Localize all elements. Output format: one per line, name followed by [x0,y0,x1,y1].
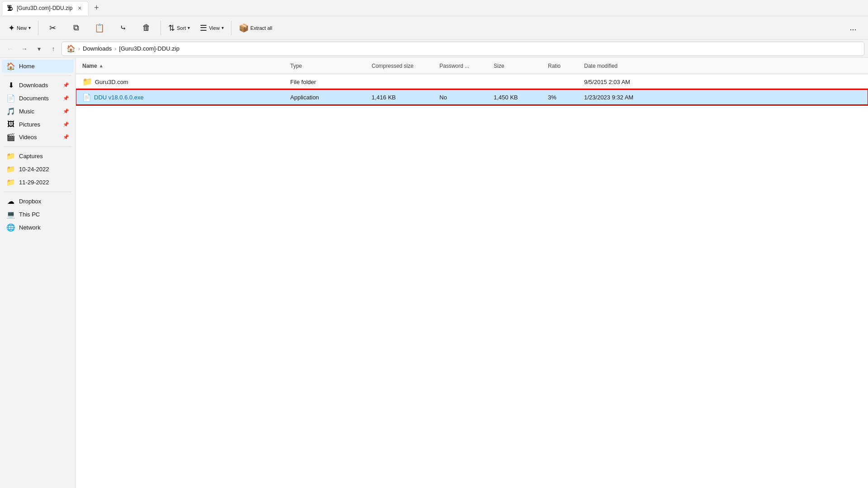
cell-date-exe: 1/23/2023 9:32 AM [581,94,672,101]
sidebar-item-dropbox[interactable]: ☁ Dropbox [2,195,74,208]
cut-icon: ✂ [49,23,56,33]
sidebar-label-music: Music [19,108,59,115]
table-row[interactable]: 📄 DDU v18.0.6.0.exe Application 1,416 KB… [76,89,868,105]
sidebar-label-dropbox: Dropbox [19,198,69,205]
folder-type: File folder [290,79,316,85]
col-ratio-label: Ratio [548,63,561,69]
new-button[interactable]: ✦ New ▾ [4,18,35,38]
address-bar: ← → ▾ ↑ 🏠 › Downloads › [Guru3D.com]-DDU… [0,40,868,58]
cell-name-exe: 📄 DDU v18.0.6.0.exe [80,93,288,102]
documents-icon: 📄 [6,94,15,103]
move-button[interactable]: ⤷ [112,18,134,38]
breadcrumb-sep-2: › [114,46,116,52]
cell-name-folder: 📁 Guru3D.com [80,77,288,87]
exe-compressed-size: 1,416 KB [372,94,396,101]
thispc-icon: 💻 [6,210,15,219]
col-header-password[interactable]: Password ... [437,58,491,74]
cell-date-folder: 9/5/2015 2:03 AM [581,79,672,85]
tab-title: [Guru3D.com]-DDU.zip [17,5,72,11]
downloads-pin-icon: 📌 [63,82,69,88]
col-header-ratio[interactable]: Ratio [545,58,581,74]
music-icon: 🎵 [6,107,15,116]
tab-close-button[interactable]: × [76,4,83,12]
breadcrumb-sep-1: › [78,46,80,52]
column-headers: Name ▲ Type Compressed size Password ...… [76,58,868,74]
copy-button[interactable]: ⧉ [65,18,87,38]
sidebar-label-videos: Videos [19,134,59,141]
toolbar-sep-1 [38,21,38,35]
sidebar-item-11-29-2022[interactable]: 📁 11-29-2022 [2,176,74,189]
sidebar-item-videos[interactable]: 🎬 Videos 📌 [2,131,74,144]
sidebar-label-documents: Documents [19,95,59,102]
toolbar-sep-2 [160,21,161,35]
sidebar: 🏠 Home ⬇ Downloads 📌 📄 Documents 📌 🎵 Mus… [0,58,76,488]
breadcrumb[interactable]: 🏠 › Downloads › [Guru3D.com]-DDU.zip [61,42,864,56]
paste-button[interactable]: 📋 [88,18,111,38]
sidebar-item-captures[interactable]: 📁 Captures [2,150,74,163]
breadcrumb-home-icon: 🏠 [66,44,75,53]
col-password-label: Password ... [439,63,469,69]
view-label: View [209,25,220,31]
cell-password-exe: No [437,94,491,101]
view-button[interactable]: ☰ View ▾ [195,18,228,38]
more-button[interactable]: ... [842,18,864,38]
exe-password: No [439,94,447,101]
new-arrow-icon: ▾ [28,25,31,30]
sidebar-item-music[interactable]: 🎵 Music 📌 [2,105,74,118]
music-pin-icon: 📌 [63,108,69,114]
col-header-compressed-size[interactable]: Compressed size [369,58,437,74]
exe-name: DDU v18.0.6.0.exe [94,94,144,101]
sidebar-item-pictures[interactable]: 🖼 Pictures 📌 [2,118,74,131]
col-header-type[interactable]: Type [288,58,369,74]
new-label: New [17,25,27,31]
delete-button[interactable]: 🗑 [135,18,158,38]
exe-icon: 📄 [82,93,91,102]
sidebar-item-thispc[interactable]: 💻 This PC [2,208,74,221]
paste-icon: 📋 [94,23,104,33]
extract-all-button[interactable]: 📦 Extract all [234,18,277,38]
sidebar-label-11-29-2022: 11-29-2022 [19,179,69,186]
extract-label: Extract all [250,25,272,31]
table-row[interactable]: 📁 Guru3D.com File folder 9/5/2015 2:03 A… [76,74,868,89]
up-button[interactable]: ↑ [47,42,60,55]
sidebar-label-network: Network [19,224,69,231]
back-button[interactable]: ← [4,42,16,55]
pictures-pin-icon: 📌 [63,122,69,127]
new-icon: ✦ [8,23,15,33]
sidebar-item-home[interactable]: 🏠 Home [2,60,74,73]
exe-date: 1/23/2023 9:32 AM [584,94,633,101]
toolbar-sep-3 [231,21,231,35]
col-date-label: Date modified [584,63,618,69]
sort-label: Sort [177,25,186,31]
exe-size: 1,450 KB [494,94,518,101]
network-icon: 🌐 [6,223,15,232]
folder-name: Guru3D.com [95,79,128,85]
dropdown-button[interactable]: ▾ [33,42,45,55]
cut-button[interactable]: ✂ [41,18,64,38]
col-header-size[interactable]: Size [491,58,545,74]
col-compressed-size-label: Compressed size [372,63,414,69]
sidebar-label-home: Home [19,63,69,70]
col-header-name[interactable]: Name ▲ [80,58,288,74]
sidebar-item-10-24-2022[interactable]: 📁 10-24-2022 [2,163,74,176]
sidebar-divider-3 [4,192,72,192]
pictures-icon: 🖼 [6,120,15,128]
tab-bar: 🗜 [Guru3D.com]-DDU.zip × + [0,0,868,16]
sort-arrow-icon: ▾ [188,25,190,30]
sidebar-item-network[interactable]: 🌐 Network [2,221,74,234]
forward-button[interactable]: → [18,42,31,55]
folder-icon: 📁 [82,77,92,87]
cell-size-exe: 1,450 KB [491,94,545,101]
col-header-date[interactable]: Date modified [581,58,672,74]
new-tab-button[interactable]: + [90,2,103,14]
videos-pin-icon: 📌 [63,134,69,140]
sidebar-item-downloads[interactable]: ⬇ Downloads 📌 [2,79,74,92]
sidebar-item-documents[interactable]: 📄 Documents 📌 [2,92,74,105]
active-tab[interactable]: 🗜 [Guru3D.com]-DDU.zip × [2,1,89,15]
col-type-label: Type [290,63,302,69]
file-area: Name ▲ Type Compressed size Password ...… [76,58,868,488]
sort-button[interactable]: ⇅ Sort ▾ [164,18,194,38]
view-arrow-icon: ▾ [222,25,224,30]
folder-date: 9/5/2015 2:03 AM [584,79,630,85]
toolbar: ✦ New ▾ ✂ ⧉ 📋 ⤷ 🗑 ⇅ Sort ▾ ☰ View ▾ 📦 Ex… [0,16,868,40]
